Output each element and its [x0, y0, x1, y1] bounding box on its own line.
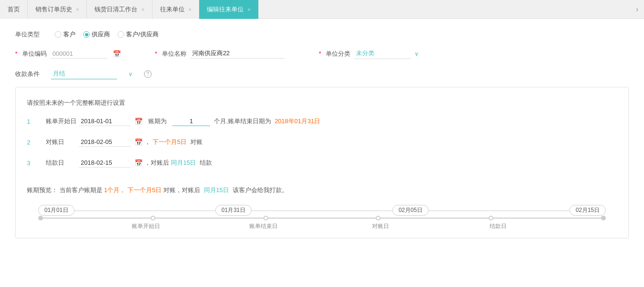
unit-category-star: * — [319, 50, 321, 57]
tl-dot-left — [38, 216, 43, 220]
tab-edit-partner-close[interactable]: × — [247, 7, 250, 12]
tl-badge-3: 02月05日 — [392, 205, 429, 216]
tl-line-1 — [75, 211, 215, 211]
preview-text2: 下一个月5日 — [127, 186, 161, 194]
card-row-1: 1 账单开始日 📅 账期为 个月,账单结束日期为 2018年01月31日 — [27, 117, 617, 126]
tl-dot-3 — [376, 216, 381, 220]
unit-code-input[interactable] — [51, 49, 107, 59]
preview-text3: 对账，对账后 — [163, 186, 200, 194]
tl-badge-1: 01月01日 — [38, 205, 75, 216]
field-label-2: 对账日 — [46, 138, 79, 146]
tab-home[interactable]: 首页 — [0, 0, 28, 19]
field-label-1: 账单开始日 — [46, 117, 79, 126]
card-title: 请按照未来的一个完整帐期进行设置 — [27, 99, 617, 107]
period-end-highlight: 2018年01月31日 — [275, 117, 321, 126]
tab-scroll-arrow[interactable]: › — [630, 5, 644, 14]
tl-node-4: 02月15日 — [569, 205, 606, 216]
unit-category-value: 未分类 — [356, 49, 374, 58]
payment-terms-value: 月结 — [53, 69, 65, 78]
preview-text4: 该客户会给我打款。 — [233, 186, 288, 194]
tab-edit-partner[interactable]: 编辑往来单位 × — [199, 0, 258, 19]
radio-group-unit-type: 客户 供应商 客户/供应商 — [55, 30, 159, 39]
tab-bar: 首页 销售订单历史 × 钱货日清工作台 × 往来单位 × 编辑往来单位 × › — [0, 0, 644, 19]
reconcile-date-input[interactable] — [79, 137, 131, 147]
unit-fields-row: * 单位编码 📅 * 单位名称 * 单位分类 未分类 ∨ — [15, 48, 629, 59]
tab-sales-history-close[interactable]: × — [76, 7, 79, 12]
field-value-2: 📅 ， 下一个月5日 对账 — [79, 137, 203, 147]
radio-customer-circle — [55, 31, 61, 38]
start-date-calendar-icon[interactable]: 📅 — [135, 118, 143, 125]
tl-node-3: 02月05日 — [392, 205, 429, 216]
radio-both-label: 客户/供应商 — [126, 30, 159, 39]
tl-dot-4 — [489, 216, 493, 220]
unit-category-group: * 单位分类 未分类 ∨ — [319, 48, 419, 59]
month-input[interactable] — [172, 117, 210, 126]
tl-dot-1 — [151, 216, 155, 220]
tab-partner-label: 往来单位 — [160, 5, 185, 14]
tl-node-2: 01月31日 — [215, 205, 252, 216]
unit-category-label: 单位分类 — [326, 50, 350, 58]
tl-label-4: 结款日 — [484, 222, 512, 230]
payment-terms-select[interactable]: 月结 — [51, 68, 117, 79]
reconcile-suffix: 对账 — [190, 138, 203, 146]
field-label-3: 结款日 — [46, 159, 79, 167]
timeline-labels-row: 账单开始日 账单结束日 对账日 结款日 — [38, 222, 606, 230]
unit-type-row: 单位类型 客户 供应商 客户/供应商 — [15, 30, 629, 39]
reconcile-date-calendar-icon[interactable]: 📅 — [135, 138, 143, 146]
unit-name-star: * — [155, 50, 157, 57]
preview-text: 账期预览： 当前客户账期是 1个月， 下一个月5日 对账，对账后 同月15日 该… — [27, 185, 617, 195]
tab-partner[interactable]: 往来单位 × — [153, 0, 199, 19]
card-row-3: 3 结款日 📅 ，对账后 同月15日 结款 — [27, 158, 617, 168]
tl-line-m1 — [155, 218, 263, 219]
unit-category-select[interactable]: 未分类 — [354, 48, 411, 59]
tl-dot-right — [601, 216, 606, 220]
tl-dot-2 — [263, 216, 268, 220]
preview-highlight2: 同月15日 — [204, 186, 229, 194]
reconcile-prefix: ， — [144, 138, 151, 146]
start-date-input[interactable] — [79, 117, 131, 126]
unit-code-star: * — [15, 50, 17, 57]
tab-cash-work[interactable]: 钱货日清工作台 × — [87, 0, 152, 19]
unit-name-label: 单位名称 — [162, 50, 186, 58]
tab-sales-history[interactable]: 销售订单历史 × — [28, 0, 87, 19]
tab-edit-partner-label: 编辑往来单位 — [207, 5, 244, 14]
timeline-container: 01月01日 01月31日 02月05日 02月15日 — [27, 205, 617, 230]
timeline-badges-row: 01月01日 01月31日 02月05日 02月15日 — [38, 205, 606, 216]
tl-line-m2 — [268, 218, 376, 219]
radio-supplier-circle — [83, 31, 90, 38]
preview-text1: 当前客户账期是 — [59, 186, 102, 194]
help-icon[interactable]: ? — [144, 70, 152, 78]
payment-date-calendar-icon[interactable]: 📅 — [135, 159, 143, 167]
radio-customer[interactable]: 客户 — [55, 30, 76, 39]
payment-date-input[interactable] — [79, 158, 131, 168]
radio-supplier[interactable]: 供应商 — [83, 30, 110, 39]
radio-both-circle — [118, 31, 124, 38]
radio-both[interactable]: 客户/供应商 — [118, 30, 159, 39]
timeline-dots-row — [38, 216, 606, 220]
unit-code-label: 单位编码 — [22, 50, 47, 58]
period-suffix-before: 账期为 — [148, 117, 167, 126]
tl-label-3: 对账日 — [366, 222, 395, 230]
period-suffix-after: 个月,账单结束日期为 — [214, 117, 271, 126]
tab-partner-close[interactable]: × — [188, 7, 191, 12]
preview-label: 账期预览： — [27, 186, 58, 194]
tl-label-1: 账单开始日 — [132, 222, 160, 230]
tl-line-right — [493, 218, 601, 219]
tl-badge-2: 01月31日 — [215, 205, 252, 216]
tl-line-m3 — [381, 218, 488, 219]
card-row-2: 2 对账日 📅 ， 下一个月5日 对账 — [27, 137, 617, 147]
row-num-1: 1 — [27, 118, 38, 125]
tl-badge-4: 02月15日 — [569, 205, 606, 216]
unit-name-input[interactable] — [190, 49, 285, 59]
unit-code-icon[interactable]: 📅 — [113, 50, 121, 58]
chevron-down-icon: ∨ — [415, 51, 419, 57]
unit-name-group: * 单位名称 — [155, 49, 285, 59]
tab-cash-work-close[interactable]: × — [141, 7, 144, 12]
row-num-2: 2 — [27, 139, 38, 146]
tl-line-left — [43, 218, 151, 219]
tl-label-2: 账单结束日 — [249, 222, 278, 230]
row-num-3: 3 — [27, 160, 38, 167]
field-value-1: 📅 账期为 个月,账单结束日期为 2018年01月31日 — [79, 117, 320, 126]
tl-line-3 — [429, 211, 569, 211]
payment-highlight: 同月15日 — [171, 159, 196, 167]
